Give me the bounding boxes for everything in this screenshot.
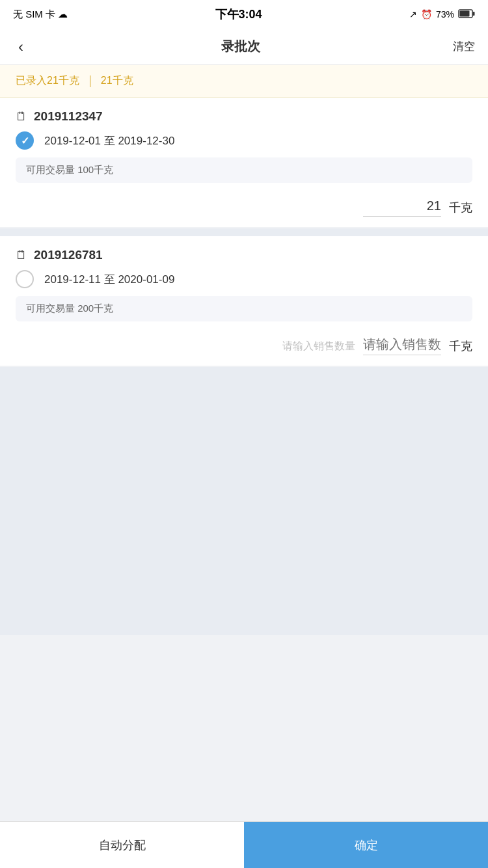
separator-2	[0, 367, 488, 375]
status-right: ↗ ⏰ 73%	[409, 9, 475, 20]
banner-divider	[90, 75, 90, 87]
radio-1[interactable]	[16, 131, 34, 150]
location-icon: ↗	[409, 9, 417, 20]
nav-bar: ‹ 录批次 清空	[0, 29, 488, 65]
radio-2[interactable]	[16, 270, 34, 288]
bottom-area	[0, 375, 488, 635]
batch-avail-2: 可用交易量 200千克	[16, 296, 472, 321]
alarm-icon: ⏰	[421, 9, 432, 20]
svg-rect-1	[472, 12, 474, 16]
page-title: 录批次	[221, 38, 260, 55]
quantity-input-1[interactable]	[363, 198, 441, 217]
main-content: 已录入21千克 21千克 🗒 2019112347 2019-12-01 至 2…	[0, 65, 488, 682]
status-time: 下午3:04	[215, 7, 262, 22]
batch-header-1: 🗒 2019112347	[0, 98, 488, 129]
auto-distribute-button[interactable]: 自动分配	[0, 822, 244, 868]
total-value: 21千克	[101, 74, 133, 88]
svg-rect-2	[459, 10, 469, 16]
battery-label: 73%	[436, 9, 454, 20]
batch-id-2: 2019126781	[34, 248, 103, 262]
battery-icon	[458, 9, 475, 20]
status-left: 无 SIM 卡 ☁	[13, 8, 68, 21]
doc-icon-2: 🗒	[16, 249, 27, 262]
batch-date-1: 2019-12-01 至 2019-12-30	[44, 133, 174, 148]
quantity-input-2[interactable]	[363, 337, 441, 355]
back-button[interactable]: ‹	[13, 33, 29, 61]
quantity-row-2: 请输入销售数量 千克	[0, 329, 488, 366]
separator-1	[0, 228, 488, 236]
quantity-placeholder-2: 请输入销售数量	[282, 340, 355, 353]
clear-button[interactable]: 清空	[453, 39, 475, 54]
recorded-label: 已录入21千克	[16, 74, 79, 88]
doc-icon-1: 🗒	[16, 110, 27, 124]
confirm-button[interactable]: 确定	[244, 822, 488, 868]
status-bar: 无 SIM 卡 ☁ 下午3:04 ↗ ⏰ 73%	[0, 0, 488, 29]
unit-label-1: 千克	[449, 200, 472, 215]
sim-label: 无 SIM 卡 ☁	[13, 8, 68, 21]
unit-label-2: 千克	[449, 338, 472, 354]
batch-date-2: 2019-12-11 至 2020-01-09	[44, 272, 174, 287]
batch-id-1: 2019112347	[34, 109, 103, 124]
batch-avail-1: 可用交易量 100千克	[16, 157, 472, 183]
quantity-row-1: 千克	[0, 191, 488, 227]
batch-header-2: 🗒 2019126781	[0, 236, 488, 267]
batch-item-2: 🗒 2019126781 2019-12-11 至 2020-01-09 可用交…	[0, 236, 488, 366]
info-banner: 已录入21千克 21千克	[0, 65, 488, 98]
batch-date-row-2[interactable]: 2019-12-11 至 2020-01-09	[0, 267, 488, 293]
batch-date-row-1[interactable]: 2019-12-01 至 2019-12-30	[0, 129, 488, 155]
batch-item-1: 🗒 2019112347 2019-12-01 至 2019-12-30 可用交…	[0, 98, 488, 227]
footer: 自动分配 确定	[0, 821, 488, 868]
